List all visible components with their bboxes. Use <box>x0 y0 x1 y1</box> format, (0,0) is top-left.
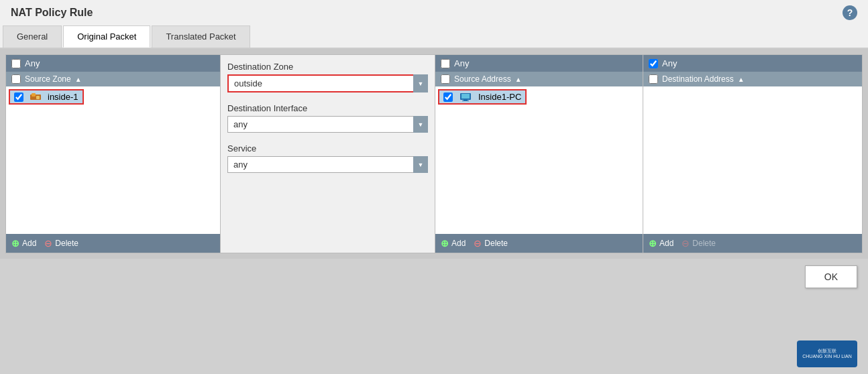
destination-interface-select-wrapper: any <box>227 116 428 133</box>
source-address-sort: ▲ <box>515 76 522 83</box>
source-zone-footer: ⊕ Add ⊖ Delete <box>6 234 220 253</box>
panels-container: Any Source Zone ▲ <box>5 54 863 253</box>
source-zone-item-inside1[interactable]: inside-1 <box>9 89 84 105</box>
add-icon-src: ⊕ <box>441 238 449 249</box>
zone-icon <box>30 93 41 101</box>
destination-address-any-header: Any <box>643 55 862 72</box>
delete-icon-src: ⊖ <box>474 238 482 249</box>
destination-config-panel: Destination Zone outside inside any Dest… <box>221 55 435 253</box>
source-zone-label: Source Zone <box>25 74 71 84</box>
destination-address-body <box>643 86 862 234</box>
add-source-addr-button[interactable]: ⊕ Add <box>441 238 466 249</box>
service-select-wrapper: any <box>227 156 428 173</box>
delete-source-addr-label: Delete <box>484 239 508 248</box>
help-icon[interactable]: ? <box>843 5 857 20</box>
service-select[interactable]: any <box>227 156 428 173</box>
select-all-dest-addr[interactable] <box>649 74 658 84</box>
any-checkbox-dest-addr[interactable] <box>649 59 658 68</box>
add-dest-addr-button[interactable]: ⊕ Add <box>649 238 673 249</box>
add-source-addr-label: Add <box>451 239 466 248</box>
watermark-logo: 创新互联CHUANG XIN HU LIAN <box>797 340 857 367</box>
select-all-source-addr[interactable] <box>441 74 450 84</box>
any-checkbox-source-addr[interactable] <box>441 59 450 68</box>
page-title: NAT Policy Rule <box>11 7 93 19</box>
add-icon: ⊕ <box>11 238 19 249</box>
svg-rect-4 <box>462 94 470 99</box>
any-label-dest-addr: Any <box>662 58 677 68</box>
destination-address-subheader: Destination Address ▲ <box>643 72 862 86</box>
add-icon-dst: ⊕ <box>649 238 657 249</box>
svg-rect-2 <box>36 96 40 99</box>
delete-source-zone-button[interactable]: ⊖ Delete <box>44 238 78 249</box>
source-zone-item-label: inside-1 <box>48 92 78 102</box>
ok-button[interactable]: OK <box>805 265 857 288</box>
add-source-zone-label: Add <box>22 239 36 248</box>
tabs-bar: General Original Packet Translated Packe… <box>0 25 868 49</box>
destination-interface-select[interactable]: any <box>227 116 428 133</box>
tab-general[interactable]: General <box>3 25 62 48</box>
watermark: 创新互联CHUANG XIN HU LIAN <box>797 340 857 367</box>
delete-icon: ⊖ <box>44 238 52 249</box>
svg-rect-1 <box>32 93 36 97</box>
destination-interface-label: Destination Interface <box>227 103 428 113</box>
source-addr-item-label: Inside1-PC <box>478 92 521 102</box>
source-zone-panel: Any Source Zone ▲ <box>6 55 221 253</box>
source-addr-item-checkbox[interactable] <box>443 92 453 102</box>
any-label-source-zone: Any <box>25 58 40 68</box>
any-label-source-addr: Any <box>454 58 469 68</box>
service-label: Service <box>227 143 428 153</box>
source-addr-item-inside1pc[interactable]: Inside1-PC <box>438 89 527 105</box>
destination-zone-label: Destination Zone <box>227 62 428 72</box>
tab-translated-packet[interactable]: Translated Packet <box>152 25 250 48</box>
delete-source-zone-label: Delete <box>55 239 78 248</box>
tab-original-packet[interactable]: Original Packet <box>63 25 150 48</box>
delete-dest-addr-label: Delete <box>692 239 716 248</box>
source-address-header: Any <box>435 55 643 72</box>
footer-area: OK 创新互联CHUANG XIN HU LIAN <box>0 259 868 295</box>
add-dest-addr-label: Add <box>659 239 673 248</box>
source-address-panel: Any Source Address ▲ <box>435 55 643 253</box>
service-group: Service any <box>227 143 428 173</box>
source-zone-body: inside-1 <box>6 86 220 234</box>
destination-zone-group: Destination Zone outside inside any <box>227 62 428 92</box>
title-bar: NAT Policy Rule ? <box>0 0 868 25</box>
destination-zone-select[interactable]: outside inside any <box>227 74 428 92</box>
delete-dest-addr-button: ⊖ Delete <box>682 238 716 249</box>
source-zone-sort: ▲ <box>75 76 82 83</box>
source-address-subheader: Source Address ▲ <box>435 72 643 86</box>
destination-address-sort: ▲ <box>738 76 745 83</box>
source-address-body: Inside1-PC <box>435 86 643 234</box>
svg-rect-6 <box>462 101 469 101</box>
source-address-footer: ⊕ Add ⊖ Delete <box>435 234 643 253</box>
source-zone-header: Any <box>6 55 220 72</box>
delete-source-addr-button[interactable]: ⊖ Delete <box>474 238 508 249</box>
destination-interface-group: Destination Interface any <box>227 103 428 133</box>
add-source-zone-button[interactable]: ⊕ Add <box>11 238 36 249</box>
delete-icon-dst: ⊖ <box>682 238 690 249</box>
destination-address-label: Destination Address <box>662 74 734 84</box>
select-all-source-zone[interactable] <box>11 74 21 84</box>
any-checkbox-source-zone[interactable] <box>11 59 21 68</box>
destination-address-footer: ⊕ Add ⊖ Delete <box>643 234 862 253</box>
destination-zone-select-wrapper: outside inside any <box>227 74 428 92</box>
source-zone-item-checkbox[interactable] <box>14 92 23 102</box>
computer-icon <box>459 92 472 102</box>
destination-address-panel: Any Destination Address ▲ ⊕ Add ⊖ <box>643 55 862 253</box>
source-address-label: Source Address <box>454 74 511 84</box>
source-zone-subheader: Source Zone ▲ <box>6 72 220 86</box>
